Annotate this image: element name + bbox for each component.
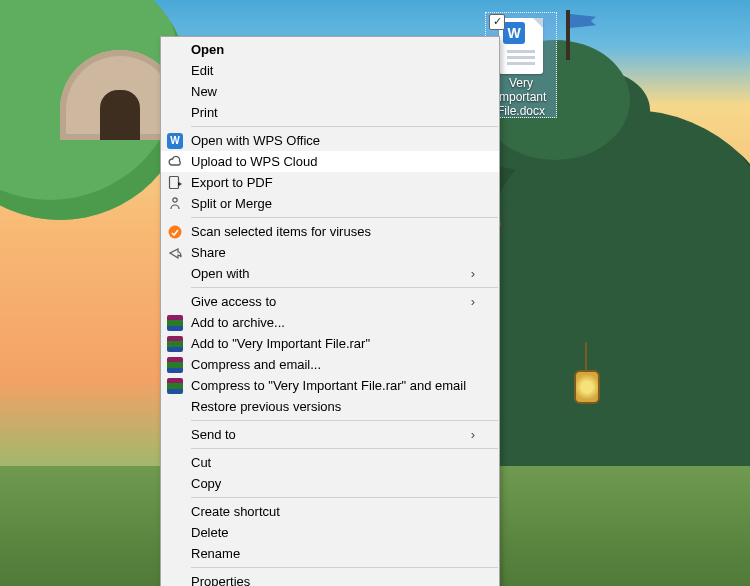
winrar-icon (167, 378, 183, 394)
menu-cut[interactable]: Cut (161, 452, 499, 473)
menu-new[interactable]: New (161, 81, 499, 102)
split-merge-icon (167, 196, 183, 212)
menu-split-merge[interactable]: Split or Merge (161, 193, 499, 214)
menu-delete[interactable]: Delete (161, 522, 499, 543)
menu-open-with[interactable]: Open with › (161, 263, 499, 284)
word-badge-icon: W (503, 22, 525, 44)
svg-rect-0 (170, 176, 179, 188)
menu-share[interactable]: Share (161, 242, 499, 263)
menu-open[interactable]: Open (161, 39, 499, 60)
menu-rename[interactable]: Rename (161, 543, 499, 564)
chevron-right-icon: › (471, 294, 475, 309)
context-menu: Open Edit New Print Open with WPS Office… (160, 36, 500, 586)
svg-point-2 (169, 225, 182, 238)
wps-office-icon (167, 133, 183, 149)
menu-copy[interactable]: Copy (161, 473, 499, 494)
menu-compress-to-rar-and-email[interactable]: Compress to "Very Important File.rar" an… (161, 375, 499, 396)
menu-create-shortcut[interactable]: Create shortcut (161, 501, 499, 522)
svg-point-1 (173, 197, 177, 201)
separator (191, 567, 498, 568)
menu-open-with-wps[interactable]: Open with WPS Office (161, 130, 499, 151)
separator (191, 448, 498, 449)
menu-properties[interactable]: Properties (161, 571, 499, 586)
winrar-icon (167, 315, 183, 331)
winrar-icon (167, 336, 183, 352)
pdf-icon (167, 175, 183, 191)
menu-export-pdf[interactable]: Export to PDF (161, 172, 499, 193)
menu-upload-wps-cloud[interactable]: Upload to WPS Cloud (161, 151, 499, 172)
menu-edit[interactable]: Edit (161, 60, 499, 81)
share-icon (167, 245, 183, 261)
separator (191, 497, 498, 498)
menu-add-to-named-rar[interactable]: Add to "Very Important File.rar" (161, 333, 499, 354)
separator (191, 217, 498, 218)
desktop-viewport: ✓ W Very Important File.docx Open Edit N… (0, 0, 750, 586)
menu-send-to[interactable]: Send to › (161, 424, 499, 445)
separator (191, 420, 498, 421)
winrar-icon (167, 357, 183, 373)
separator (191, 126, 498, 127)
chevron-right-icon: › (471, 427, 475, 442)
menu-scan-viruses[interactable]: Scan selected items for viruses (161, 221, 499, 242)
menu-give-access-to[interactable]: Give access to › (161, 291, 499, 312)
avast-shield-icon (167, 224, 183, 240)
separator (191, 287, 498, 288)
chevron-right-icon: › (471, 266, 475, 281)
checkbox-checked-icon[interactable]: ✓ (489, 14, 505, 30)
cloud-icon (167, 154, 183, 170)
menu-add-to-archive[interactable]: Add to archive... (161, 312, 499, 333)
menu-compress-and-email[interactable]: Compress and email... (161, 354, 499, 375)
docx-file-icon: W (499, 18, 543, 74)
menu-print[interactable]: Print (161, 102, 499, 123)
menu-restore-previous-versions[interactable]: Restore previous versions (161, 396, 499, 417)
